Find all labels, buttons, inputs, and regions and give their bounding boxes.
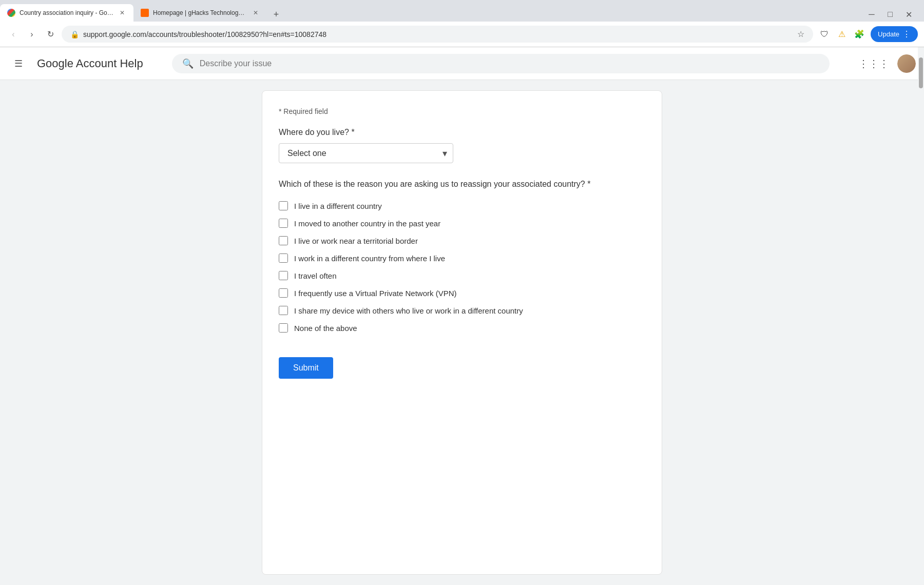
submit-button[interactable]: Submit [279,357,333,379]
app-title: Google Account Help [37,57,143,70]
reason-section: Which of these is the reason you are ask… [279,180,645,337]
update-menu-icon: ⋮ [902,29,911,39]
submit-section: Submit [279,357,645,379]
search-icon: 🔍 [182,58,194,69]
checkbox-label-8: None of the above [294,324,357,333]
where-question-label: Where do you live? * [279,128,645,137]
checkbox-item-1[interactable]: I live in a different country [279,197,645,215]
checkbox-item-3[interactable]: I live or work near a territorial border [279,232,645,249]
checkbox-label-2: I moved to another country in the past y… [294,219,440,228]
checkbox-4[interactable] [279,254,288,263]
main-content: * Required field Where do you live? * Se… [0,80,924,585]
checkbox-label-5: I travel often [294,271,337,280]
inactive-tab-close[interactable]: ✕ [252,9,260,17]
checkbox-2[interactable] [279,219,288,228]
checkbox-7[interactable] [279,306,288,315]
forward-button[interactable]: › [25,27,39,42]
tab-favicon-google [7,9,15,17]
warning-icon[interactable]: ⚠ [835,27,849,42]
country-select[interactable]: Select one [279,143,453,163]
inactive-tab[interactable]: Homepage | gHacks Technology News ✕ [133,4,267,22]
scrollbar-thumb[interactable] [919,57,923,88]
brave-shield-icon[interactable]: 🛡 [817,27,832,42]
hamburger-menu[interactable]: ☰ [8,53,29,74]
reason-question-label: Which of these is the reason you are ask… [279,180,645,189]
checkbox-item-4[interactable]: I work in a different country from where… [279,249,645,267]
checkbox-1[interactable] [279,201,288,210]
back-button[interactable]: ‹ [6,27,21,42]
form-container: * Required field Where do you live? * Se… [262,90,662,575]
checkbox-label-1: I live in a different country [294,202,382,210]
minimize-button[interactable]: ─ [864,7,879,22]
lock-icon: 🔒 [70,30,79,38]
inactive-tab-title: Homepage | gHacks Technology News [153,9,247,16]
update-label: Update [878,30,899,38]
required-note: * Required field [279,107,645,115]
country-select-wrapper: Select one ▾ [279,143,453,163]
checkbox-item-8[interactable]: None of the above [279,319,645,337]
active-tab-title: Country association inquiry - Goo... [20,9,114,16]
app-header: ☰ Google Account Help 🔍 ⋮⋮⋮ [0,47,924,80]
active-tab-close[interactable]: ✕ [118,9,126,17]
checkbox-label-4: I work in a different country from where… [294,254,445,263]
tab-favicon-ghacks [141,9,149,17]
checkbox-label-3: I live or work near a territorial border [294,237,418,245]
checkbox-item-5[interactable]: I travel often [279,267,645,284]
checkbox-item-7[interactable]: I share my device with others who live o… [279,302,645,319]
extensions-icon[interactable]: 🧩 [852,27,867,42]
update-button[interactable]: Update ⋮ [871,26,918,42]
avatar-image [897,54,916,73]
checkbox-label-6: I frequently use a Virtual Private Netwo… [294,289,457,298]
checkbox-6[interactable] [279,288,288,298]
address-text: support.google.com/accounts/troubleshoot… [83,30,793,38]
google-apps-icon[interactable]: ⋮⋮⋮ [858,57,889,70]
close-window-button[interactable]: ✕ [901,7,916,22]
bookmark-icon[interactable]: ☆ [797,29,804,39]
where-question-section: Where do you live? * Select one ▾ [279,128,645,163]
user-avatar[interactable] [897,54,916,73]
checkbox-5[interactable] [279,271,288,280]
search-bar: 🔍 [172,54,830,73]
checkbox-item-6[interactable]: I frequently use a Virtual Private Netwo… [279,284,645,302]
scrollbar[interactable] [918,47,924,585]
new-tab-button[interactable]: + [269,7,283,22]
window-controls: ─ □ ✕ [864,7,924,22]
extension-icons: 🛡 ⚠ 🧩 [817,27,867,42]
address-field[interactable]: 🔒 support.google.com/accounts/troublesho… [62,26,813,43]
tab-bar: Country association inquiry - Goo... ✕ H… [0,0,924,22]
search-input[interactable] [200,59,819,68]
maximize-button[interactable]: □ [883,7,897,22]
checkbox-8[interactable] [279,323,288,333]
header-right: ⋮⋮⋮ [858,54,916,73]
refresh-button[interactable]: ↻ [43,27,57,42]
checkbox-label-7: I share my device with others who live o… [294,306,523,315]
checkbox-3[interactable] [279,236,288,245]
address-bar: ‹ › ↻ 🔒 support.google.com/accounts/trou… [0,22,924,47]
checkbox-item-2[interactable]: I moved to another country in the past y… [279,215,645,232]
active-tab[interactable]: Country association inquiry - Goo... ✕ [0,4,133,22]
